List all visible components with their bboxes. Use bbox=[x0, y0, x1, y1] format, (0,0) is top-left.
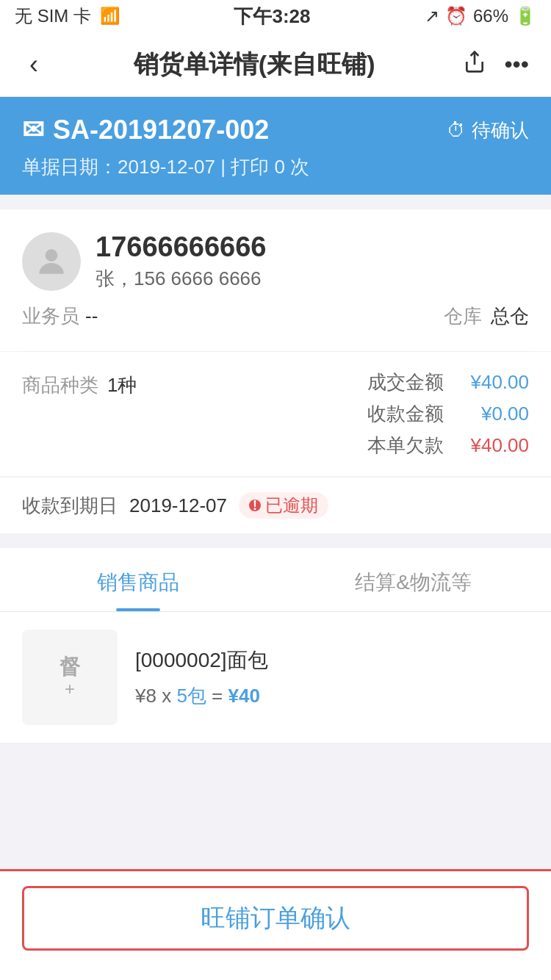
tab-settlement[interactable]: 结算&物流等 bbox=[276, 548, 551, 611]
due-date-label: 收款到期日 bbox=[22, 493, 118, 519]
customer-info: 17666666666 张，156 6666 6666 bbox=[96, 231, 266, 292]
wifi-icon: 📶 bbox=[100, 7, 120, 26]
deal-amount-label: 成交金额 bbox=[367, 370, 444, 395]
battery-icon: 🔋 bbox=[514, 6, 536, 26]
nav-actions: ••• bbox=[463, 50, 529, 79]
confirm-button-label: 旺铺订单确认 bbox=[201, 901, 350, 935]
sales-rep-label: 业务员 bbox=[22, 303, 79, 329]
order-meta: 单据日期：2019-12-07 | 打印 0 次 bbox=[22, 154, 529, 180]
product-thumbnail: 督 + bbox=[22, 630, 118, 725]
product-logo: 督 + bbox=[60, 655, 80, 700]
deal-amount-row: 成交金额 ¥40.00 bbox=[367, 370, 529, 395]
due-amount-row: 本单欠款 ¥40.00 bbox=[367, 433, 529, 458]
amount-section: 商品种类 1种 成交金额 ¥40.00 收款金额 ¥0.00 本单欠款 ¥40.… bbox=[0, 352, 551, 476]
deal-amount-value: ¥40.00 bbox=[455, 371, 529, 394]
goods-type-value: 1种 bbox=[107, 372, 137, 398]
status-left: 无 SIM 卡 📶 bbox=[15, 4, 120, 28]
customer-phone: 17666666666 bbox=[96, 231, 266, 263]
customer-row: 17666666666 张，156 6666 6666 bbox=[22, 231, 529, 292]
product-qty: 5包 bbox=[176, 685, 206, 707]
received-amount-value: ¥0.00 bbox=[455, 403, 529, 425]
customer-name: 张，156 6666 6666 bbox=[96, 266, 266, 292]
order-id: ✉ SA-20191207-002 bbox=[22, 115, 269, 145]
customer-section: 17666666666 张，156 6666 6666 业务员 -- 仓库 总仓 bbox=[0, 209, 551, 351]
multiply-sign: x bbox=[162, 685, 176, 707]
status-right: ↗ ⏰ 66% 🔋 bbox=[425, 6, 536, 26]
share-icon[interactable] bbox=[463, 50, 486, 79]
product-name: [0000002]面包 bbox=[135, 646, 529, 674]
product-price-row: ¥8 x 5包 = ¥40 bbox=[135, 683, 529, 709]
alarm-icon: ⏰ bbox=[445, 6, 467, 26]
status-bar: 无 SIM 卡 📶 下午3:28 ↗ ⏰ 66% 🔋 bbox=[0, 0, 551, 32]
customer-meta-row: 业务员 -- 仓库 总仓 bbox=[22, 303, 529, 329]
product-item: 督 + [0000002]面包 ¥8 x 5包 = ¥40 bbox=[22, 630, 529, 725]
status-clock-icon: ⏱ bbox=[447, 119, 466, 142]
product-price: ¥8 bbox=[135, 685, 156, 707]
order-id-text: SA-20191207-002 bbox=[53, 115, 269, 145]
product-section: 督 + [0000002]面包 ¥8 x 5包 = ¥40 bbox=[0, 612, 551, 743]
goods-type-label: 商品种类 bbox=[22, 372, 98, 398]
overdue-dot-icon: ! bbox=[249, 500, 261, 511]
status-time: 下午3:28 bbox=[234, 4, 310, 29]
due-amount-label: 本单欠款 bbox=[367, 433, 444, 458]
goods-type: 商品种类 1种 bbox=[22, 370, 137, 398]
due-date-section: 收款到期日 2019-12-07 ! 已逾期 bbox=[0, 478, 551, 533]
page-title: 销货单详情(来自旺铺) bbox=[134, 48, 375, 82]
order-status: ⏱ 待确认 bbox=[447, 118, 529, 143]
avatar bbox=[22, 232, 81, 291]
tabs-section: 销售商品 结算&物流等 bbox=[0, 548, 551, 612]
tabs-row: 销售商品 结算&物流等 bbox=[0, 548, 551, 612]
overdue-badge: ! 已逾期 bbox=[239, 492, 328, 519]
order-id-icon: ✉ bbox=[22, 115, 44, 145]
svg-point-1 bbox=[46, 249, 58, 262]
sales-rep-value: -- bbox=[85, 305, 98, 328]
due-amount-value: ¥40.00 bbox=[455, 434, 529, 457]
more-icon[interactable]: ••• bbox=[504, 51, 529, 78]
due-date-value: 2019-12-07 bbox=[129, 494, 227, 517]
tab-settlement-label: 结算&物流等 bbox=[355, 571, 472, 594]
product-total: ¥40 bbox=[228, 685, 260, 707]
nav-bar: ‹ 销货单详情(来自旺铺) ••• bbox=[0, 32, 551, 97]
location-icon: ↗ bbox=[425, 6, 439, 26]
status-text: 待确认 bbox=[472, 118, 529, 143]
content-spacer bbox=[0, 743, 551, 890]
amounts-column: 成交金额 ¥40.00 收款金额 ¥0.00 本单欠款 ¥40.00 bbox=[367, 370, 529, 458]
warehouse-value: 总仓 bbox=[491, 303, 529, 329]
sim-status: 无 SIM 卡 bbox=[15, 4, 91, 28]
divider2 bbox=[22, 476, 529, 477]
back-button[interactable]: ‹ bbox=[22, 42, 46, 87]
battery-level: 66% bbox=[473, 6, 508, 26]
tab-sales[interactable]: 销售商品 bbox=[0, 548, 276, 611]
tab-sales-label: 销售商品 bbox=[97, 571, 179, 594]
warehouse-label: 仓库 bbox=[444, 303, 482, 329]
equals-sign: = bbox=[212, 685, 228, 707]
confirm-order-button[interactable]: 旺铺订单确认 bbox=[22, 886, 529, 951]
bottom-action-bar: 旺铺订单确认 bbox=[0, 869, 551, 980]
received-amount-row: 收款金额 ¥0.00 bbox=[367, 401, 529, 427]
product-info: [0000002]面包 ¥8 x 5包 = ¥40 bbox=[135, 646, 529, 709]
order-id-row: ✉ SA-20191207-002 ⏱ 待确认 bbox=[22, 115, 529, 145]
order-header-card: ✉ SA-20191207-002 ⏱ 待确认 单据日期：2019-12-07 … bbox=[0, 97, 551, 195]
received-amount-label: 收款金额 bbox=[367, 401, 444, 427]
overdue-text: 已逾期 bbox=[265, 494, 318, 517]
